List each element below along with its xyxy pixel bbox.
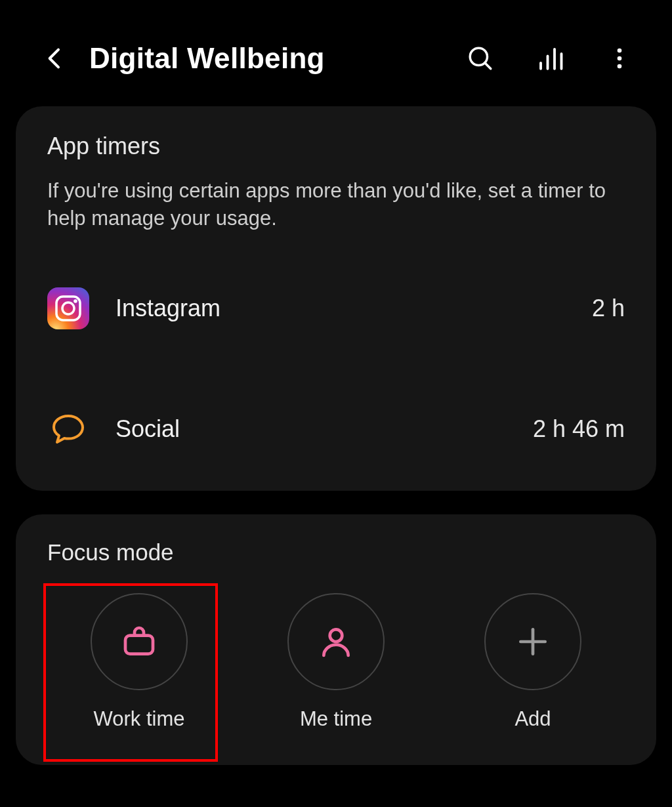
- social-icon: [47, 408, 89, 450]
- focus-circle: [484, 593, 581, 690]
- focus-mode-work-time[interactable]: Work time: [47, 593, 231, 731]
- svg-point-6: [618, 49, 622, 53]
- svg-rect-13: [125, 635, 153, 653]
- focus-mode-label: Work time: [94, 707, 185, 731]
- app-timers-title: App timers: [47, 133, 625, 160]
- focus-circle: [91, 593, 188, 690]
- svg-line-1: [485, 63, 491, 69]
- focus-mode-card: Focus mode Work time Me: [16, 514, 656, 765]
- svg-point-8: [618, 64, 622, 69]
- person-icon: [318, 623, 354, 660]
- focus-mode-label: Add: [514, 707, 551, 731]
- search-button[interactable]: [465, 43, 496, 74]
- app-timers-card: App timers If you're using certain apps …: [16, 106, 656, 491]
- header: Digital Wellbeing: [0, 0, 672, 101]
- svg-rect-9: [47, 287, 89, 329]
- focus-mode-add[interactable]: Add: [441, 593, 625, 731]
- focus-mode-row: Work time Me time Add: [47, 593, 625, 731]
- more-vertical-icon: [608, 47, 631, 70]
- back-button[interactable]: [39, 43, 71, 74]
- usage-chart-button[interactable]: [534, 43, 566, 74]
- page-title: Digital Wellbeing: [89, 42, 446, 75]
- app-timer-value: 2 h: [592, 295, 625, 322]
- app-name-label: Instagram: [116, 295, 566, 322]
- app-name-label: Social: [116, 415, 507, 443]
- focus-mode-title: Focus mode: [47, 539, 625, 566]
- app-timer-value: 2 h 46 m: [533, 415, 625, 443]
- focus-mode-me-time[interactable]: Me time: [244, 593, 428, 731]
- svg-point-12: [74, 299, 77, 303]
- focus-mode-label: Me time: [300, 707, 372, 731]
- app-timer-row-social[interactable]: Social 2 h 46 m: [47, 399, 625, 459]
- svg-point-14: [330, 629, 343, 642]
- focus-circle: [287, 593, 385, 690]
- chevron-left-icon: [42, 45, 68, 72]
- svg-point-7: [618, 56, 622, 61]
- instagram-icon: [47, 287, 89, 329]
- more-options-button[interactable]: [604, 43, 635, 74]
- bar-chart-icon: [536, 45, 564, 72]
- plus-icon: [514, 623, 551, 660]
- app-timer-row-instagram[interactable]: Instagram 2 h: [47, 278, 625, 339]
- app-timers-description: If you're using certain apps more than y…: [47, 177, 625, 232]
- search-icon: [467, 45, 494, 72]
- header-actions: [465, 43, 635, 74]
- briefcase-icon: [121, 623, 158, 660]
